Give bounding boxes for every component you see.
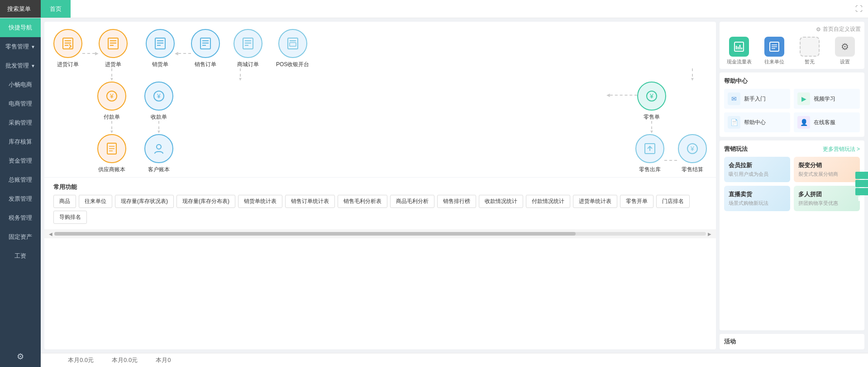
scroll-bar[interactable]: ◀ ▶ (44, 229, 716, 238)
bottom-stat-4: 本月0 (156, 356, 171, 364)
right-panel: ⚙ 首页自定义设置 现金流量表 (720, 22, 864, 349)
node-icon-kehu (144, 134, 173, 163)
node-icon-shangcheng-order (234, 29, 262, 58)
func-btn-profit2[interactable]: 商品毛利分析 (390, 195, 434, 208)
func-btn-profit1[interactable]: 销售毛利分析表 (338, 195, 387, 208)
shortcut-cashflow[interactable]: 现金流量表 (723, 37, 755, 65)
bottom-bar: 本月0.0元 本月0.0元 本月0 (41, 353, 868, 367)
customize-btn[interactable]: ⚙ 首页自定义设置 (816, 25, 861, 33)
content-area: 进货订单 ▶ 进货单 (41, 18, 868, 367)
sidebar-item-quicknav[interactable]: 快捷导航 (0, 18, 41, 37)
func-btn-stock2[interactable]: 现存量(库存分布表) (176, 195, 235, 208)
help-item-beginner[interactable]: ✉ 新手入门 (724, 89, 790, 109)
node-label-lingshou-dan: 零售单 (644, 113, 660, 121)
marketing-item-group[interactable]: 多人拼团 拼团购物享受优惠 (794, 186, 860, 211)
shortcut-icon-cashflow (729, 37, 749, 57)
func-btn-order-stat[interactable]: 销售订单统计表 (285, 195, 335, 208)
shortcuts-header: ⚙ 首页自定义设置 (723, 25, 861, 33)
shortcut-label-none: 暂无 (805, 58, 815, 65)
node-icon-lingshou-chuku (635, 134, 664, 163)
search-menu-btn[interactable]: 搜索菜单 (0, 0, 41, 18)
func-btn-ranking[interactable]: 销售排行榜 (437, 195, 476, 208)
scroll-track[interactable] (54, 232, 706, 236)
node-shoukuan[interactable]: ¥ 收款单 (144, 82, 173, 121)
bottom-stat-3: 本月0.0元 (112, 356, 138, 364)
float-btn-community[interactable]: 服务社区 (855, 180, 868, 187)
help-item-helpcenter[interactable]: 📄 帮助中心 (724, 112, 790, 132)
help-panel: 帮助中心 ✉ 新手入门 ▶ 视频学习 📄 帮助中心 (720, 72, 864, 137)
node-xiaoshou-order[interactable]: 销售订单 (191, 29, 220, 68)
node-jinhuo-dan[interactable]: 进货单 (99, 29, 128, 68)
sidebar-item-ecom2[interactable]: 电商管理 (0, 94, 41, 113)
node-lingshou-chuku[interactable]: 零售出库 (635, 134, 664, 174)
tab-home[interactable]: 首页 (41, 0, 71, 18)
common-funcs-section: 常用功能 商品 往来单位 现存量(库存状况表) 现存量(库存分布表) 销货单统计… (44, 177, 716, 229)
sidebar-item-label: 快捷导航 (9, 24, 32, 32)
marketing-desc-group: 拼团购物享受优惠 (798, 200, 855, 207)
svg-text:¥: ¥ (110, 92, 114, 100)
sidebar-item-assets[interactable]: 固定资产 (0, 227, 41, 246)
func-btn-stock1[interactable]: 现存量(库存状况表) (115, 195, 174, 208)
marketing-item-fission[interactable]: 裂变分销 裂变式发展分销商 (794, 157, 860, 182)
sidebar-item-wholesale[interactable]: 批发管理 ▼ (0, 56, 41, 75)
func-btn-receipt[interactable]: 收款情况统计 (479, 195, 523, 208)
func-btn-retail-order[interactable]: 零售开单 (620, 195, 653, 208)
func-btn-goods[interactable]: 商品 (53, 195, 76, 208)
help-item-service[interactable]: 👤 在线客服 (794, 112, 860, 132)
shortcut-label-partner: 往来单位 (764, 58, 784, 65)
svg-point-33 (157, 145, 161, 149)
bottom-stat-2: 本月0.0元 (68, 356, 94, 364)
sidebar-item-inventory[interactable]: 库存核算 (0, 132, 41, 151)
sidebar-item-ecom1[interactable]: 小畅电商 (0, 75, 41, 94)
top-bar: 搜索菜单 首页 ⛶ (0, 0, 868, 18)
func-btn-sales-stat[interactable]: 销货单统计表 (238, 195, 282, 208)
scroll-right-arrow[interactable]: ▶ (706, 232, 713, 237)
node-label-lingshou-chuku: 零售出库 (639, 166, 661, 174)
node-shangcheng-order[interactable]: 商城订单 (234, 29, 262, 68)
sidebar-item-ledger[interactable]: 总账管理 (0, 170, 41, 189)
sidebar-item-tax[interactable]: 税务管理 (0, 208, 41, 227)
sidebar-item-retail[interactable]: 零售管理 ▼ (0, 37, 41, 56)
float-btn-service[interactable]: 客服热线 (855, 172, 868, 179)
func-btn-purchase-stat[interactable]: 进货单统计表 (573, 195, 617, 208)
shortcuts-grid: 现金流量表 往来单位 暂无 (723, 37, 861, 65)
expand-btn[interactable]: ⛶ (855, 5, 868, 13)
help-icon-video: ▶ (797, 92, 810, 105)
node-fukuan[interactable]: ¥ 付款单 (97, 82, 126, 121)
shortcut-none[interactable]: 暂无 (794, 37, 825, 65)
shortcut-settings[interactable]: ⚙ 设置 (829, 37, 861, 65)
marketing-title-member: 会员拉新 (729, 161, 786, 169)
sidebar-item-purchase[interactable]: 采购管理 (0, 113, 41, 132)
node-label-shoukuan: 收款单 (151, 113, 167, 121)
node-kehu[interactable]: 客户账本 (144, 134, 173, 174)
float-btn-desktop[interactable]: 桌面快捷 (855, 188, 868, 195)
node-xiaohuo-dan[interactable]: 销货单 (146, 29, 175, 68)
node-icon-lingshou-dan: ¥ (637, 82, 666, 111)
sidebar-item-salary[interactable]: 工资 (0, 246, 41, 266)
svg-text:¥: ¥ (690, 145, 694, 152)
scroll-left-arrow[interactable]: ◀ (47, 232, 54, 237)
node-icon-lingshou-jiesuan: ¥ (678, 134, 707, 163)
shortcut-label-settings: 设置 (840, 58, 850, 65)
func-btn-partner[interactable]: 往来单位 (79, 195, 112, 208)
sidebar-item-finance[interactable]: 资金管理 (0, 151, 41, 170)
node-gongyingshang[interactable]: 供应商账本 (97, 134, 126, 174)
func-btn-guide-rank[interactable]: 导购排名 (53, 211, 87, 224)
help-item-video[interactable]: ▶ 视频学习 (794, 89, 860, 109)
marketing-item-member[interactable]: 会员拉新 吸引用户成为会员 (724, 157, 790, 182)
node-lingshou-jiesuan[interactable]: ¥ 零售结算 (678, 134, 707, 174)
marketing-item-live[interactable]: 直播卖货 场景式购物新玩法 (724, 186, 790, 211)
sidebar-settings-btn[interactable]: ⚙ (0, 346, 41, 367)
shortcut-partner[interactable]: 往来单位 (758, 37, 790, 65)
node-jinhuo-order[interactable]: 进货订单 (53, 29, 82, 68)
node-lingshou-dan[interactable]: ¥ 零售单 (637, 82, 666, 121)
help-label-service: 在线客服 (814, 119, 835, 126)
node-label-xiaohuo-dan: 销货单 (152, 61, 168, 68)
node-label-jinhuo-dan: 进货单 (105, 61, 121, 68)
func-btn-payment[interactable]: 付款情况统计 (526, 195, 570, 208)
marketing-more-link[interactable]: 更多营销玩法 > (823, 145, 860, 153)
node-icon-gongyingshang (97, 134, 126, 163)
func-btn-store-rank[interactable]: 门店排名 (656, 195, 690, 208)
node-pos[interactable]: POS收银开台 (276, 29, 309, 68)
sidebar-item-invoice[interactable]: 发票管理 (0, 189, 41, 208)
